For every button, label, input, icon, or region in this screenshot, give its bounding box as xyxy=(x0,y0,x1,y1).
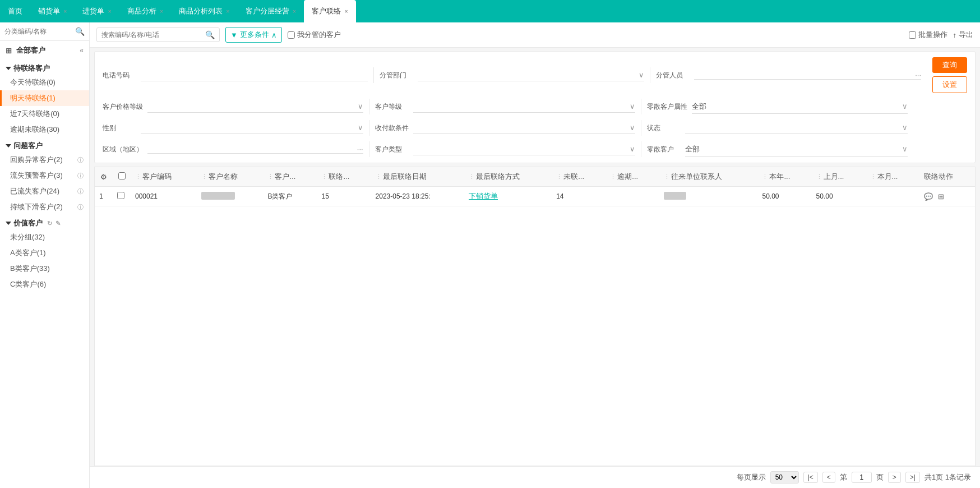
close-tab-1-icon[interactable]: × xyxy=(108,8,111,15)
status-select[interactable]: ∨ xyxy=(685,122,908,134)
value-section-label: 价值客户 ↻ ✎ xyxy=(0,215,89,229)
first-page-btn[interactable]: |< xyxy=(803,472,818,483)
cell-no: 1 xyxy=(95,187,113,206)
retail-customer-select[interactable]: 全部 ∨ xyxy=(685,142,908,156)
per-page-select[interactable]: 50 100 200 xyxy=(770,471,799,484)
close-tab-0-icon[interactable]: × xyxy=(63,8,67,15)
next-page-btn[interactable]: > xyxy=(888,472,901,483)
sidebar-item-b-class[interactable]: B类客户(33) xyxy=(0,261,89,277)
customer-type-chevron-icon: ∨ xyxy=(630,145,635,153)
batch-op-checkbox[interactable] xyxy=(909,31,916,39)
more-conditions-btn[interactable]: ▼ 更多条件 ∧ xyxy=(225,27,282,43)
nav-tab-5[interactable]: 客户联络 × xyxy=(304,0,355,22)
status-chevron-icon: ∨ xyxy=(902,123,908,132)
price-chevron-icon: ∨ xyxy=(358,102,363,111)
pending-section-label: 待联络客户 xyxy=(0,60,89,75)
price-label: 客户价格等级 xyxy=(103,102,143,112)
data-table: ⚙ ⋮客户编码 ⋮客户名称 ⋮客户... ⋮联络... ⋮最后联络日期 ⋮最后联… xyxy=(95,167,975,206)
sidebar-item-ungrouped[interactable]: 未分组(32) xyxy=(0,229,89,245)
sidebar-item-7days[interactable]: 近7天待联络(0) xyxy=(0,106,89,122)
sidebar: 🔍 ⊞ 全部客户 « 待联络客户 今天待联络(0) 明天待联络(1) 近7天待联… xyxy=(0,22,90,488)
nav-tab-0[interactable]: 销货单 × xyxy=(30,0,75,22)
info-icon-1: ⓘ xyxy=(77,172,84,180)
cell-action: 💬 ⊞ xyxy=(919,187,975,206)
sidebar-item-today[interactable]: 今天待联络(0) xyxy=(0,75,89,90)
retail-attr-label: 零散客户属性 xyxy=(647,102,687,112)
close-tab-4-icon[interactable]: × xyxy=(293,8,296,15)
search-box[interactable]: 🔍 xyxy=(96,27,220,42)
nav-home[interactable]: 首页 xyxy=(0,0,30,22)
sidebar-item-churned[interactable]: 已流失客户(24) ⓘ xyxy=(0,183,89,199)
col-unit-contacts: ⋮往来单位联系人 xyxy=(659,167,757,187)
query-button[interactable]: 查询 xyxy=(932,57,967,73)
divider-6 xyxy=(641,120,641,136)
settings-button[interactable]: 设置 xyxy=(932,76,967,93)
my-customers-checkbox[interactable] xyxy=(288,31,295,39)
settings-icon[interactable]: ⚙ xyxy=(100,173,107,181)
payment-select[interactable]: ∨ xyxy=(413,122,636,134)
my-customers-checkbox-label[interactable]: 我分管的客户 xyxy=(288,30,341,40)
row-checkbox[interactable] xyxy=(117,192,124,199)
toolbar: 🔍 ▼ 更多条件 ∧ 我分管的客户 批量操作 ↑ 导出 xyxy=(90,22,980,48)
triangle-icon-3 xyxy=(6,222,11,225)
divider-8 xyxy=(641,141,641,157)
col-this-year: ⋮本年... xyxy=(757,167,811,187)
gender-chevron-icon: ∨ xyxy=(358,123,363,132)
main-search-input[interactable] xyxy=(101,31,205,39)
phone-input[interactable] xyxy=(141,70,368,81)
close-tab-2-icon[interactable]: × xyxy=(160,8,163,15)
last-page-btn[interactable]: >| xyxy=(905,472,920,483)
action-comment-icon[interactable]: 💬 xyxy=(924,192,933,201)
collapse-sidebar-icon[interactable]: « xyxy=(80,47,84,54)
filter-row-3: 性别 ∨ 收付款条件 ∨ 状态 xyxy=(103,120,967,136)
col-checkbox xyxy=(113,167,131,187)
grid-icon: ⊞ xyxy=(6,47,12,55)
sidebar-item-a-class[interactable]: A类客户(1) xyxy=(0,245,89,261)
prev-page-btn[interactable]: < xyxy=(822,472,835,483)
all-customers-label: 全部客户 xyxy=(16,45,45,56)
nav-tab-3[interactable]: 商品分析列表 × xyxy=(171,0,237,22)
level-select[interactable]: ∨ xyxy=(413,100,636,113)
retail-attr-select[interactable]: 全部 ∨ xyxy=(692,100,908,114)
main-search-icon[interactable]: 🔍 xyxy=(205,30,215,39)
page-input[interactable] xyxy=(852,472,872,483)
sidebar-item-churn-warning[interactable]: 流失预警客户(3) ⓘ xyxy=(0,168,89,183)
page-suffix: 页 xyxy=(876,472,884,482)
dept-select[interactable]: ∨ xyxy=(418,69,645,81)
close-tab-5-icon[interactable]: × xyxy=(344,8,348,15)
batch-op-btn[interactable]: 批量操作 xyxy=(909,30,947,40)
sidebar-item-tomorrow[interactable]: 明天待联络(1) xyxy=(0,90,89,106)
filter-gender: 性别 ∨ xyxy=(103,122,363,134)
filter-price: 客户价格等级 ∨ xyxy=(103,100,363,113)
refresh-icon[interactable]: ↻ xyxy=(47,220,52,227)
select-all-checkbox[interactable] xyxy=(118,172,126,179)
sidebar-item-repurchase[interactable]: 回购异常客户(2) ⓘ xyxy=(0,152,89,168)
gender-select[interactable]: ∨ xyxy=(141,122,363,134)
customer-type-select[interactable]: ∨ xyxy=(413,143,636,155)
last-method-link[interactable]: 下销货单 xyxy=(469,192,498,200)
action-more-icon[interactable]: ⊞ xyxy=(938,192,944,201)
per-page-label: 每页显示 xyxy=(737,472,766,482)
sidebar-all-customers[interactable]: ⊞ 全部客户 « xyxy=(0,41,89,60)
export-btn[interactable]: ↑ 导出 xyxy=(953,30,974,40)
sidebar-item-overdue[interactable]: 逾期未联络(30) xyxy=(0,122,89,137)
col-last-date: ⋮最后联络日期 xyxy=(371,167,464,187)
retail-attr-chevron-icon: ∨ xyxy=(902,102,908,111)
nav-tab-1[interactable]: 进货单 × xyxy=(75,0,119,22)
sidebar-search-box[interactable]: 🔍 xyxy=(0,22,89,41)
sidebar-item-declining[interactable]: 持续下滑客户(2) ⓘ xyxy=(0,199,89,215)
retail-customer-label: 零散客户 xyxy=(647,145,681,154)
manager-dots-icon[interactable]: ··· xyxy=(915,71,921,79)
sidebar-search-icon[interactable]: 🔍 xyxy=(75,27,85,36)
sidebar-search-input[interactable] xyxy=(4,27,75,35)
region-dots-icon[interactable]: ··· xyxy=(357,145,363,153)
nav-tab-4[interactable]: 客户分层经营 × xyxy=(238,0,304,22)
close-tab-3-icon[interactable]: × xyxy=(226,8,229,15)
edit-icon[interactable]: ✎ xyxy=(56,220,61,227)
divider-7 xyxy=(369,141,369,157)
problem-section-label: 问题客户 xyxy=(0,137,89,152)
price-select[interactable]: ∨ xyxy=(147,100,363,113)
sidebar-item-c-class[interactable]: C类客户(6) xyxy=(0,277,89,292)
col-code: ⋮客户编码 xyxy=(131,167,197,187)
nav-tab-2[interactable]: 商品分析 × xyxy=(119,0,171,22)
